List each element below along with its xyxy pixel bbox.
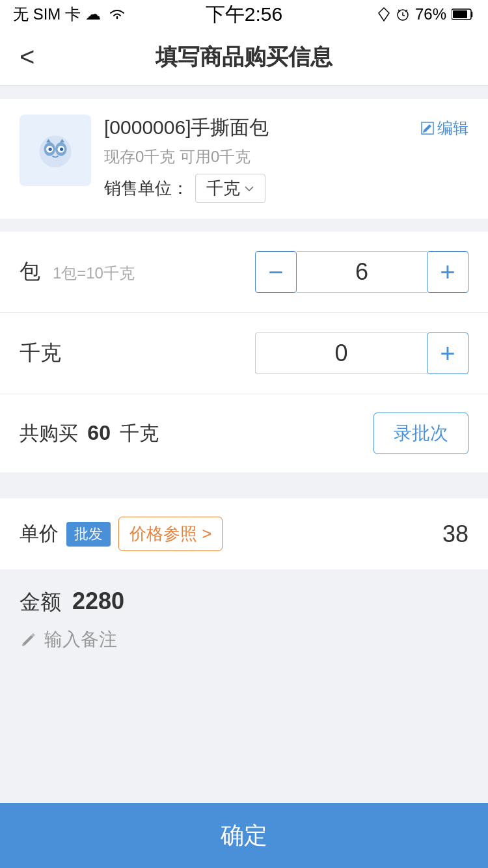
- edit-button[interactable]: 编辑: [420, 118, 468, 139]
- battery-percent: 76%: [415, 5, 446, 23]
- chevron-down-icon: [244, 185, 254, 192]
- confirm-button[interactable]: 确定: [0, 803, 488, 868]
- owl-logo: [33, 128, 78, 173]
- amount-value: 2280: [72, 588, 124, 614]
- sim-status: 无 SIM 卡 ☁: [13, 4, 101, 25]
- price-value: 38: [442, 521, 468, 548]
- status-bar: 无 SIM 卡 ☁ 下午2:56 76%: [0, 0, 488, 29]
- nav-bar: < 填写商品购买信息: [0, 29, 488, 86]
- battery-icon: [452, 8, 475, 21]
- product-stock: 现存0千克 可用0千克: [104, 146, 468, 167]
- pack-input-row: 包 1包=10千克 − +: [0, 232, 488, 313]
- svg-point-10: [49, 148, 52, 151]
- location-icon: [377, 7, 390, 22]
- product-section: [0000006]手撕面包 编辑 现存0千克 可用0千克 销售单位： 千克: [0, 99, 488, 219]
- kg-qty-input[interactable]: [255, 332, 427, 374]
- unit-price-label: 单价: [20, 521, 59, 547]
- pack-minus-button[interactable]: −: [255, 251, 297, 293]
- unit-selector[interactable]: 千克: [195, 174, 265, 203]
- alarm-icon: [396, 7, 410, 21]
- separator-2: [0, 472, 488, 485]
- edit-icon: [420, 121, 435, 135]
- pack-label: 包 1包=10千克: [20, 258, 255, 286]
- pack-hint: 1包=10千克: [53, 264, 135, 282]
- pack-qty-control: − +: [255, 251, 468, 293]
- kg-input-row: 千克 +: [0, 313, 488, 394]
- amount-section: 金额 2280 输入备注: [0, 569, 488, 658]
- amount-row: 金额 2280: [20, 588, 468, 617]
- separator-1: [0, 219, 488, 232]
- product-info: [0000006]手撕面包 编辑 现存0千克 可用0千克 销售单位： 千克: [104, 115, 468, 203]
- kg-qty-control: +: [255, 332, 468, 374]
- pack-qty-input[interactable]: [297, 251, 427, 293]
- note-row[interactable]: 输入备注: [20, 627, 468, 652]
- batch-button[interactable]: 录批次: [373, 413, 468, 454]
- product-image: [20, 115, 91, 186]
- note-placeholder[interactable]: 输入备注: [44, 627, 117, 652]
- page-title: 填写商品购买信息: [156, 42, 332, 72]
- unit-value: 千克: [206, 177, 240, 200]
- total-qty: 60: [87, 421, 111, 444]
- price-label: 单价 批发 价格参照 >: [20, 517, 223, 551]
- back-button[interactable]: <: [20, 42, 34, 72]
- svg-point-11: [60, 148, 63, 151]
- price-ref-button[interactable]: 价格参照 >: [118, 517, 223, 551]
- total-row: 共购买 60 千克 录批次: [0, 394, 488, 472]
- pack-plus-button[interactable]: +: [427, 251, 468, 293]
- product-unit-row: 销售单位： 千克: [104, 174, 468, 203]
- pencil-icon: [20, 631, 38, 649]
- unit-label: 销售单位：: [104, 177, 189, 200]
- wifi-icon: [107, 8, 127, 21]
- price-section: 单价 批发 价格参照 > 38: [0, 498, 488, 569]
- input-section: 包 1包=10千克 − + 千克 +: [0, 232, 488, 394]
- kg-plus-button[interactable]: +: [427, 332, 468, 374]
- svg-rect-4: [453, 10, 467, 18]
- total-text: 共购买 60 千克: [20, 420, 159, 447]
- edit-label: 编辑: [437, 118, 468, 139]
- product-name: [0000006]手撕面包: [104, 115, 269, 141]
- status-left: 无 SIM 卡 ☁: [13, 4, 127, 25]
- status-right: 76%: [377, 5, 475, 23]
- status-time: 下午2:56: [206, 1, 282, 28]
- svg-point-5: [40, 135, 72, 167]
- price-badge: 批发: [66, 522, 111, 547]
- amount-label: 金额: [20, 590, 61, 614]
- kg-label: 千克: [20, 339, 255, 368]
